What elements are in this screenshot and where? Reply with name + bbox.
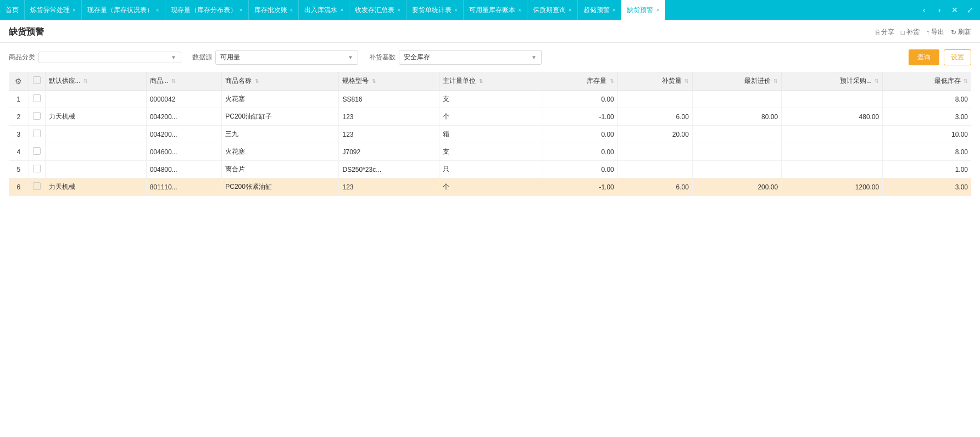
table-row[interactable]: 5 004800... 离合片 DS250*23c... 只 0.00 1.00 — [9, 161, 971, 178]
cell-code: 004600... — [146, 143, 222, 161]
tab-expiry-query[interactable]: 保质期查询 × — [527, 0, 578, 20]
nav-next-button[interactable]: › — [932, 2, 947, 18]
cell-stock: -1.00 — [543, 108, 617, 126]
cell-supplier — [45, 91, 146, 108]
nav-maximize-button[interactable]: ⤢ — [962, 2, 978, 18]
cell-est-purchase — [782, 91, 883, 108]
close-inventory-dist-icon[interactable]: × — [240, 7, 243, 13]
th-stock[interactable]: 库存量 ⇅ — [543, 72, 617, 91]
table-row[interactable]: 2 力天机械 004200... PC200油缸缸子 123 个 -1.00 6… — [9, 108, 971, 126]
tab-abnormal[interactable]: 炼货异常处理 × — [25, 0, 82, 20]
th-spec[interactable]: 规格型号 ⇅ — [339, 72, 439, 91]
settings-button[interactable]: 设置 — [944, 49, 971, 65]
th-replenish[interactable]: 补货量 ⇅ — [617, 72, 692, 91]
cell-checkbox[interactable] — [29, 143, 45, 161]
cell-checkbox[interactable] — [29, 178, 45, 196]
table-row[interactable]: 1 0000042 火花塞 SS816 支 0.00 8.00 — [9, 91, 971, 108]
cell-checkbox[interactable] — [29, 108, 45, 126]
cell-min-stock: 10.00 — [883, 126, 971, 143]
th-checkbox[interactable] — [29, 72, 45, 91]
cell-replenish: 6.00 — [617, 108, 692, 126]
replenish-button[interactable]: □ 补货 — [901, 27, 920, 37]
cell-name: 火花塞 — [222, 143, 339, 161]
tab-collect-summary[interactable]: 收发存汇总表 × — [349, 0, 407, 20]
th-supplier[interactable]: 默认供应... ⇅ — [45, 72, 146, 91]
tab-batch-account[interactable]: 库存批次账 × — [249, 0, 299, 20]
select-all-checkbox[interactable] — [33, 76, 41, 84]
row-checkbox[interactable] — [33, 130, 41, 137]
nav-close-button[interactable]: ✕ — [947, 2, 962, 18]
th-spec-label: 规格型号 — [342, 77, 369, 85]
table-row[interactable]: 6 力天机械 801110... PC200张紧油缸 123 个 -1.00 6… — [9, 178, 971, 196]
settings-icon[interactable]: ⚙ — [15, 77, 22, 86]
replenish-base-select[interactable]: 安全库存 ▼ — [399, 50, 542, 65]
close-order-stats-icon[interactable]: × — [454, 7, 458, 13]
th-name[interactable]: 商品名称 ⇅ — [222, 72, 339, 91]
replenish-base-value: 安全库存 — [404, 53, 430, 62]
tab-home[interactable]: 首页 — [0, 0, 25, 20]
share-button[interactable]: ⎘ 分享 — [876, 27, 894, 37]
cell-checkbox[interactable] — [29, 161, 45, 178]
tab-expiry-query-label: 保质期查询 — [533, 5, 566, 15]
row-checkbox[interactable] — [33, 165, 41, 172]
tab-order-stats[interactable]: 要货单统计表 × — [407, 0, 464, 20]
tab-inventory-dist[interactable]: 现存量（库存分布表） × — [165, 0, 249, 20]
replenish-base-label: 补货基数 — [369, 53, 396, 62]
export-icon: ↑ — [926, 29, 929, 36]
row-checkbox[interactable] — [33, 182, 41, 190]
cell-est-purchase — [782, 161, 883, 178]
row-checkbox[interactable] — [33, 94, 41, 102]
table-row[interactable]: 3 004200... 三九 123 箱 0.00 20.00 10.00 — [9, 126, 971, 143]
close-inout-flow-icon[interactable]: × — [340, 7, 343, 13]
page-title: 缺货预警 — [9, 26, 876, 38]
sort-name-icon: ⇅ — [255, 79, 259, 84]
row-checkbox[interactable] — [33, 147, 41, 155]
close-expiry-query-icon[interactable]: × — [569, 7, 572, 13]
close-shortage-icon[interactable]: × — [656, 7, 659, 13]
table-row[interactable]: 4 004600... 火花塞 J7092 支 0.00 8.00 — [9, 143, 971, 161]
tab-inventory-status[interactable]: 现存量（库存状况表） × — [82, 0, 165, 20]
cell-name: 火花塞 — [222, 91, 339, 108]
close-batch-account-icon[interactable]: × — [290, 7, 293, 13]
row-checkbox[interactable] — [33, 112, 41, 120]
tab-shortage[interactable]: 缺货预警 × — [621, 0, 665, 20]
tab-shortage-label: 缺货预警 — [627, 5, 653, 15]
cell-name: PC200油缸缸子 — [222, 108, 339, 126]
th-unit[interactable]: 主计量单位 ⇅ — [439, 72, 543, 91]
query-button[interactable]: 查询 — [909, 49, 939, 65]
export-button[interactable]: ↑ 导出 — [926, 27, 944, 37]
th-est-purchase[interactable]: 预计采购... ⇅ — [782, 72, 883, 91]
close-inventory-status-icon[interactable]: × — [156, 7, 159, 13]
th-min-stock[interactable]: 最低库存 ⇅ — [883, 72, 971, 91]
cell-name: 离合片 — [222, 161, 339, 178]
cell-replenish: 20.00 — [617, 126, 692, 143]
cell-checkbox[interactable] — [29, 91, 45, 108]
cell-checkbox[interactable] — [29, 126, 45, 143]
tab-available-ledger[interactable]: 可用量库存账本 × — [464, 0, 527, 20]
close-collect-summary-icon[interactable]: × — [397, 7, 400, 13]
refresh-button[interactable]: ↻ 刷新 — [951, 27, 971, 37]
cell-spec: DS250*23c... — [339, 161, 439, 178]
tab-inout-flow[interactable]: 出入库流水 × — [299, 0, 349, 20]
sort-replenish-icon: ⇅ — [684, 79, 689, 84]
cell-spec: 123 — [339, 178, 439, 196]
cell-num: 5 — [9, 161, 29, 178]
nav-prev-button[interactable]: ‹ — [916, 2, 932, 18]
tab-overstock[interactable]: 超储预警 × — [578, 0, 622, 20]
replenish-label: 补货 — [906, 27, 920, 37]
th-settings[interactable]: ⚙ — [9, 72, 29, 91]
cell-spec: SS816 — [339, 91, 439, 108]
th-unit-label: 主计量单位 — [443, 77, 476, 85]
close-abnormal-icon[interactable]: × — [73, 7, 76, 13]
table-container: ⚙ 默认供应... ⇅ 商品... ⇅ 商品名称 ⇅ — [0, 72, 980, 205]
close-overstock-icon[interactable]: × — [612, 7, 616, 13]
th-latest-price[interactable]: 最新进价 ⇅ — [692, 72, 781, 91]
close-available-ledger-icon[interactable]: × — [518, 7, 521, 13]
cell-latest-price — [692, 143, 781, 161]
datasource-filter-group: 数据源 可用量 ▼ — [192, 50, 358, 65]
th-code[interactable]: 商品... ⇅ — [146, 72, 222, 91]
datasource-select[interactable]: 可用量 ▼ — [215, 50, 358, 65]
category-select[interactable]: ▼ — [38, 52, 181, 63]
cell-latest-price — [692, 126, 781, 143]
cell-latest-price — [692, 91, 781, 108]
